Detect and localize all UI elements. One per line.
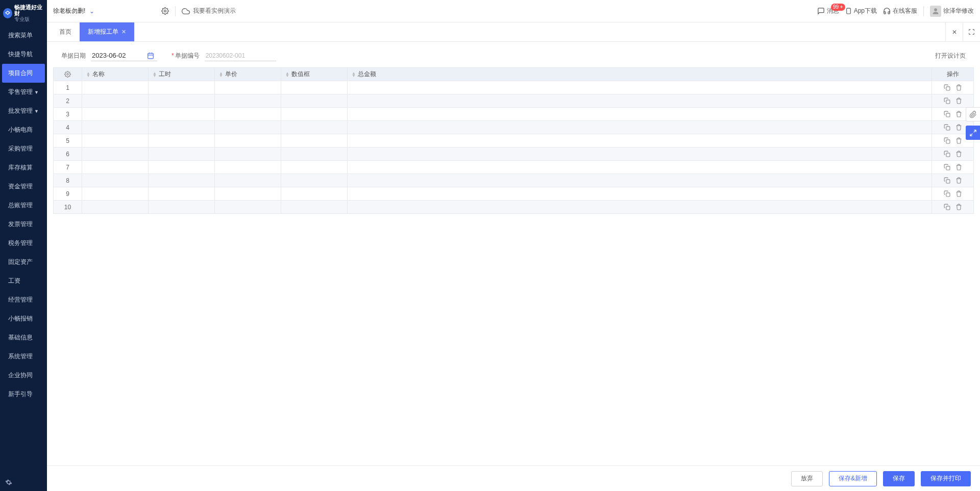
sidebar-item-3[interactable]: 零售管理▼ bbox=[0, 83, 47, 102]
delete-icon[interactable] bbox=[955, 164, 962, 170]
sidebar-item-4[interactable]: 批发管理▼ bbox=[0, 102, 47, 120]
copy-icon[interactable] bbox=[944, 84, 950, 91]
messages-button[interactable]: 消息 99 + bbox=[817, 7, 839, 15]
sidebar-item-label: 项目合同 bbox=[8, 69, 33, 78]
sidebar-item-14[interactable]: 经营管理 bbox=[0, 290, 47, 309]
save-print-button[interactable]: 保存并打印 bbox=[921, 471, 971, 486]
sidebar-item-18[interactable]: 企业协同 bbox=[0, 366, 47, 385]
delete-icon[interactable] bbox=[955, 190, 962, 197]
sidebar-item-15[interactable]: 小畅报销 bbox=[0, 309, 47, 328]
col-price[interactable]: ▲▼单价 bbox=[215, 68, 281, 81]
svg-rect-16 bbox=[946, 193, 949, 197]
sidebar-item-label: 税务管理 bbox=[8, 239, 33, 248]
copy-icon[interactable] bbox=[944, 204, 950, 210]
svg-line-18 bbox=[974, 130, 976, 132]
copy-icon[interactable] bbox=[944, 111, 950, 117]
svg-rect-14 bbox=[946, 166, 949, 170]
sidebar-item-2[interactable]: 项目合同 bbox=[2, 64, 45, 83]
sidebar-item-label: 小畅报销 bbox=[8, 314, 33, 323]
save-new-button[interactable]: 保存&新增 bbox=[829, 471, 877, 486]
date-input[interactable] bbox=[91, 50, 157, 61]
copy-icon[interactable] bbox=[944, 164, 950, 170]
col-name[interactable]: ▲▼名称 bbox=[82, 68, 149, 81]
copy-icon[interactable] bbox=[944, 151, 950, 157]
demo-link[interactable]: 我要看实例演示 bbox=[182, 7, 236, 15]
tab-1[interactable]: 新增报工单✕ bbox=[80, 22, 134, 41]
sidebar-item-11[interactable]: 税务管理 bbox=[0, 234, 47, 253]
sidebar-item-0[interactable]: 搜索菜单 bbox=[0, 26, 47, 45]
sidebar-item-1[interactable]: 快捷导航 bbox=[0, 45, 47, 64]
sidebar-item-label: 新手引导 bbox=[8, 390, 33, 399]
sidebar-item-17[interactable]: 系统管理 bbox=[0, 347, 47, 366]
delete-icon[interactable] bbox=[955, 204, 962, 210]
table-row[interactable]: 6 bbox=[54, 148, 974, 161]
table-row[interactable]: 7 bbox=[54, 161, 974, 174]
copy-icon[interactable] bbox=[944, 97, 950, 104]
delete-icon[interactable] bbox=[955, 97, 962, 104]
table-row[interactable]: 10 bbox=[54, 201, 974, 214]
svg-rect-12 bbox=[946, 140, 949, 143]
table-row[interactable]: 5 bbox=[54, 134, 974, 148]
column-settings[interactable] bbox=[54, 68, 82, 81]
logo: 畅捷通好业财 专业版 bbox=[0, 0, 47, 26]
cloud-icon bbox=[182, 7, 190, 15]
col-numbox[interactable]: ▲▼数值框 bbox=[281, 68, 348, 81]
discard-button[interactable]: 放弃 bbox=[791, 471, 823, 486]
table-row[interactable]: 4 bbox=[54, 121, 974, 134]
gear-icon[interactable] bbox=[161, 7, 169, 15]
delete-icon[interactable] bbox=[955, 111, 962, 117]
delete-icon[interactable] bbox=[955, 177, 962, 184]
sidebar-item-6[interactable]: 采购管理 bbox=[0, 139, 47, 158]
calendar-icon[interactable] bbox=[147, 52, 154, 59]
tenant-selector[interactable]: 徐老板勿删! ⌄ bbox=[53, 7, 155, 15]
delete-icon[interactable] bbox=[955, 84, 962, 91]
col-total[interactable]: ▲▼总金额 bbox=[348, 68, 932, 81]
sidebar-item-16[interactable]: 基础信息 bbox=[0, 328, 47, 347]
sidebar-item-7[interactable]: 库存核算 bbox=[0, 158, 47, 177]
chevron-down-icon: ⌄ bbox=[89, 8, 94, 15]
table-row[interactable]: 1 bbox=[54, 81, 974, 94]
docno-input[interactable] bbox=[205, 51, 276, 61]
col-hours[interactable]: ▲▼工时 bbox=[149, 68, 215, 81]
logo-icon bbox=[3, 8, 12, 18]
settings-icon[interactable] bbox=[0, 474, 47, 491]
table-row[interactable]: 8 bbox=[54, 174, 974, 187]
delete-icon[interactable] bbox=[955, 137, 962, 144]
tab-close-button[interactable]: ✕ bbox=[945, 22, 963, 41]
copy-icon[interactable] bbox=[944, 137, 950, 144]
close-icon[interactable]: ✕ bbox=[121, 29, 126, 35]
sidebar-item-label: 批发管理 bbox=[8, 107, 33, 115]
delete-icon[interactable] bbox=[955, 151, 962, 157]
customer-service-button[interactable]: 在线客服 bbox=[883, 7, 917, 15]
demo-label: 我要看实例演示 bbox=[193, 7, 236, 15]
chevron-down-icon: ▼ bbox=[34, 109, 39, 114]
user-menu[interactable]: 徐泽华修改 bbox=[930, 6, 974, 17]
table-row[interactable]: 2 bbox=[54, 94, 974, 108]
attachment-icon[interactable] bbox=[966, 107, 980, 121]
mobile-icon bbox=[845, 7, 852, 15]
expand-icon[interactable] bbox=[966, 126, 980, 140]
design-link[interactable]: 打开设计页 bbox=[935, 52, 966, 60]
sidebar-item-12[interactable]: 固定资产 bbox=[0, 253, 47, 272]
delete-icon[interactable] bbox=[955, 124, 962, 131]
sidebar-item-5[interactable]: 小畅电商 bbox=[0, 120, 47, 139]
gear-icon bbox=[64, 71, 71, 78]
tab-0[interactable]: 首页 bbox=[51, 22, 80, 41]
docno-label: 单据编号 bbox=[175, 52, 200, 59]
copy-icon[interactable] bbox=[944, 124, 950, 131]
copy-icon[interactable] bbox=[944, 190, 950, 197]
fullscreen-button[interactable] bbox=[963, 22, 980, 41]
sidebar-item-13[interactable]: 工资 bbox=[0, 272, 47, 290]
svg-rect-3 bbox=[148, 53, 154, 59]
sidebar-item-19[interactable]: 新手引导 bbox=[0, 385, 47, 404]
table-row[interactable]: 3 bbox=[54, 108, 974, 121]
app-download-button[interactable]: App下载 bbox=[845, 7, 877, 15]
copy-icon[interactable] bbox=[944, 177, 950, 184]
save-button[interactable]: 保存 bbox=[883, 471, 915, 486]
sidebar-item-label: 系统管理 bbox=[8, 352, 33, 361]
sidebar-item-8[interactable]: 资金管理 bbox=[0, 177, 47, 196]
sidebar-item-10[interactable]: 发票管理 bbox=[0, 215, 47, 234]
table-row[interactable]: 9 bbox=[54, 187, 974, 201]
svg-rect-17 bbox=[946, 206, 949, 210]
sidebar-item-9[interactable]: 总账管理 bbox=[0, 196, 47, 215]
